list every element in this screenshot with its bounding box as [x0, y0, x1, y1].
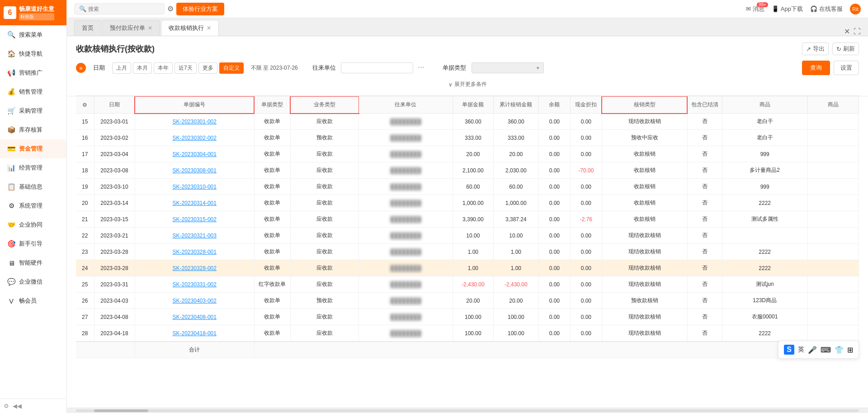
bill-no-link[interactable]: SK-20230403-002 [173, 298, 217, 304]
bill-no-link[interactable]: SK-20230328-001 [173, 249, 217, 255]
th-date: 日期 [94, 96, 135, 114]
sidebar-bottom: ⚙ ◀◀ [0, 399, 66, 413]
th-product: 商品 [722, 96, 807, 114]
sidebar-item-inventory[interactable]: 📦库存核算 [0, 120, 66, 139]
expand-button[interactable]: ∨ 展开更多条件 [448, 81, 487, 88]
scroll-thumb[interactable] [94, 409, 148, 412]
table-row: 17 2023-03-04 SK-20230304-001 收款单 应收款 ██… [76, 146, 859, 162]
sidebar-item-enterprise[interactable]: 🤝企业协同 [0, 215, 66, 234]
th-partner: 往来单位 [359, 96, 453, 114]
basic-icon: 📋 [7, 183, 15, 191]
bill-no-link[interactable]: SK-20230418-001 [173, 330, 217, 337]
keyboard-icon[interactable]: ⌨ [821, 346, 831, 354]
maximize-icon[interactable]: ⛶ [854, 28, 861, 36]
bill-no-link[interactable]: SK-20230302-002 [173, 135, 217, 141]
th-cancel-amt: 累计核销金额 [493, 96, 538, 114]
chevron-down-icon: ∨ [448, 81, 453, 88]
sidebar-logo: 6 畅康道好生意 标推版 [0, 0, 66, 25]
search-icon: 🔍 [7, 31, 15, 39]
table-row: 20 2023-03-14 SK-20230314-001 收款单 应收款 ██… [76, 195, 859, 211]
filter-partner-area: 往来单位 ··· [312, 62, 425, 73]
filter-this-month[interactable]: 本月 [133, 62, 152, 74]
user-avatar[interactable]: Rit [850, 4, 861, 14]
bill-no-link[interactable]: SK-20230314-001 [173, 200, 217, 206]
th-include: 包含已结清 [687, 96, 722, 114]
sidebar-item-basic[interactable]: 📋基础信息 [0, 177, 66, 196]
bill-no-link[interactable]: SK-20230301-002 [173, 119, 217, 125]
sidebar-item-wechat[interactable]: 💬企业微信 [0, 272, 66, 291]
th-biz-type: 业务类型 [290, 96, 359, 114]
finance-icon: 💳 [7, 145, 15, 153]
gear-icon[interactable]: ⚙ [167, 5, 174, 13]
mic-icon[interactable]: 🎤 [808, 346, 817, 354]
page-header: 收款核销执行(按收款) ↗ 导出 ↻ 刷新 » 日期 上月 本月 [67, 36, 868, 96]
filter-last-month[interactable]: 上月 [112, 62, 131, 74]
filter-custom[interactable]: 自定义 [219, 62, 244, 74]
search-box[interactable]: 🔍 [74, 3, 165, 14]
export-icon: ↗ [806, 46, 811, 52]
query-button[interactable]: 查询 [802, 61, 830, 75]
table-row: 19 2023-03-10 SK-20230310-001 收款单 应收款 ██… [76, 179, 859, 195]
app-download-item[interactable]: 📱 App下载 [772, 5, 803, 13]
bill-no-link[interactable]: SK-20230304-001 [173, 151, 217, 157]
bill-no-link[interactable]: SK-20230310-001 [173, 184, 217, 190]
sidebar-item-guide[interactable]: 🎯新手引导 [0, 234, 66, 253]
th-settings[interactable]: ⚙ [76, 96, 94, 114]
tab-receipt[interactable]: 收款核销执行✕ [161, 20, 219, 36]
close-tab-icon[interactable]: ✕ [844, 27, 850, 36]
collapse-icon[interactable]: ◀◀ [13, 403, 22, 409]
table-row: 23 2023-03-28 SK-20230328-001 收款单 应收款 ██… [76, 244, 859, 260]
table-row: 22 2023-03-21 SK-20230321-003 收款单 应收款 ██… [76, 228, 859, 244]
tab-close-prepay[interactable]: ✕ [148, 25, 152, 31]
bill-no-link[interactable]: SK-20230328-002 [173, 265, 217, 271]
table-row: 26 2023-04-03 SK-20230403-002 收款单 预收款 ██… [76, 293, 859, 309]
bill-no-link[interactable]: SK-20230408-001 [173, 314, 217, 320]
th-amount: 单据金额 [453, 96, 493, 114]
sidebar-item-search[interactable]: 🔍搜索菜单 [0, 25, 66, 44]
filter-area: » 日期 上月 本月 本年 近7天 更多 自定义 不限 至 2023-07-26… [76, 61, 859, 96]
refresh-button[interactable]: ↻ 刷新 [832, 43, 859, 55]
partner-dots[interactable]: ··· [418, 62, 425, 71]
tab-prepay[interactable]: 预付款应付单✕ [102, 20, 160, 36]
partner-input[interactable] [341, 62, 413, 73]
sidebar-item-finance[interactable]: 💳资金管理 [0, 139, 66, 158]
tab-home[interactable]: 首页 [74, 20, 101, 36]
shirt-icon[interactable]: 👕 [835, 346, 844, 354]
tab-close-receipt[interactable]: ✕ [207, 25, 211, 31]
search-icon: 🔍 [79, 5, 86, 12]
search-input[interactable] [88, 6, 151, 12]
filter-more[interactable]: 更多 [198, 62, 217, 74]
sidebar-item-sales[interactable]: 💰销售管理 [0, 82, 66, 101]
sidebar-item-system[interactable]: ⚙系统管理 [0, 196, 66, 215]
settings-button[interactable]: 设置 [834, 61, 859, 75]
sidebar-item-hardware[interactable]: 🖥智能硬件 [0, 253, 66, 272]
sidebar-item-purchase[interactable]: 🛒采购管理 [0, 101, 66, 120]
bill-no-link[interactable]: SK-20230308-001 [173, 167, 217, 174]
phone-icon: 📱 [772, 5, 779, 12]
filter-toggle-button[interactable]: » [76, 63, 86, 73]
filter-date-buttons: 上月 本月 本年 近7天 更多 自定义 [112, 62, 244, 74]
message-item[interactable]: ✉ 消息 99+ [746, 5, 764, 13]
bill-no-link[interactable]: SK-20230331-002 [173, 281, 217, 288]
th-balance: 余额 [538, 96, 570, 114]
sidebar-item-quicknav[interactable]: 🏠快捷导航 [0, 44, 66, 63]
export-button[interactable]: ↗ 导出 [802, 43, 829, 55]
filter-this-year[interactable]: 本年 [154, 62, 173, 74]
sidebar-item-operation[interactable]: 📊经营管理 [0, 158, 66, 177]
brand-logo: S [784, 345, 794, 355]
bill-no-link[interactable]: SK-20230315-002 [173, 216, 217, 223]
scroll-indicator[interactable] [67, 408, 868, 413]
grid-icon[interactable]: ⊞ [847, 346, 853, 354]
bill-no-link[interactable]: SK-20230321-003 [173, 233, 217, 239]
settings-icon[interactable]: ⚙ [4, 403, 9, 409]
sidebar-item-member[interactable]: V畅会员 [0, 291, 66, 310]
industry-solution-button[interactable]: 体验行业方案 [176, 3, 224, 15]
sidebar-item-marketing[interactable]: 📢营销推广 [0, 63, 66, 82]
online-service-item[interactable]: 🎧 在线客服 [810, 5, 843, 13]
filter-row: » 日期 上月 本月 本年 近7天 更多 自定义 不限 至 2023-07-26… [76, 61, 859, 75]
system-icon: ⚙ [7, 202, 15, 210]
topbar: 🔍 ⚙ 体验行业方案 ✉ 消息 99+ 📱 App下载 🎧 在线客服 Rit [67, 0, 868, 18]
watermark-overlay: S 英 🎤 ⌨ 👕 ⊞ [778, 341, 859, 359]
filter-7days[interactable]: 近7天 [175, 62, 197, 74]
bill-type-select[interactable] [472, 62, 544, 73]
